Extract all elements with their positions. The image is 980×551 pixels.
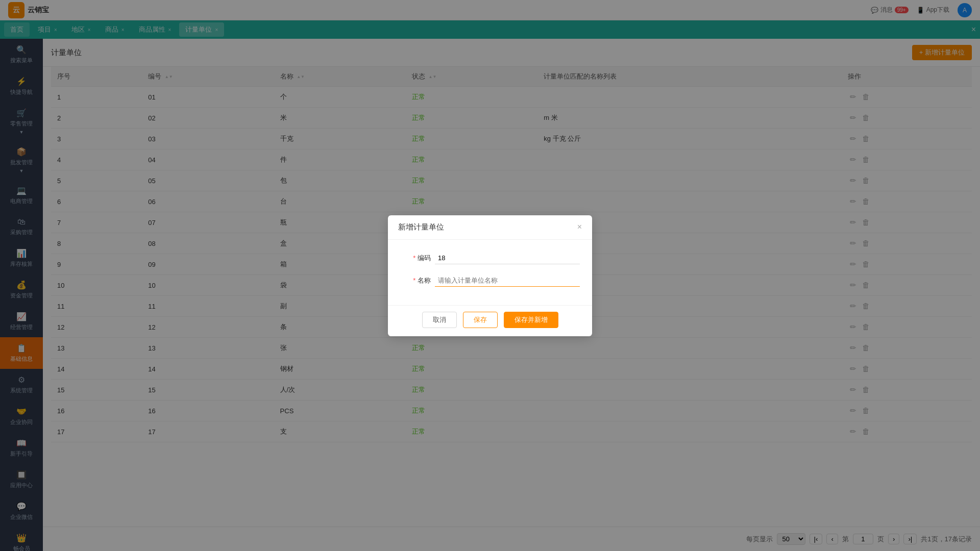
modal-footer: 取消 保存 保存并新增: [388, 305, 592, 336]
modal-close-button[interactable]: ×: [577, 222, 582, 232]
required-mark2: *: [413, 277, 418, 284]
modal-body: * 编码 * 名称: [388, 240, 592, 305]
save-button[interactable]: 保存: [463, 312, 498, 328]
required-mark: *: [413, 254, 418, 262]
modal-header: 新增计量单位 ×: [388, 215, 592, 240]
code-label: * 编码: [400, 254, 431, 263]
modal-title: 新增计量单位: [398, 222, 444, 232]
name-input[interactable]: [435, 274, 580, 287]
name-label: * 名称: [400, 276, 431, 285]
add-unit-modal: 新增计量单位 × * 编码 * 名称 取消 保存 保存并新增: [388, 215, 592, 336]
save-new-button[interactable]: 保存并新增: [504, 312, 558, 328]
modal-overlay: 新增计量单位 × * 编码 * 名称 取消 保存 保存并新增: [0, 0, 980, 551]
cancel-button[interactable]: 取消: [422, 312, 457, 328]
form-row-code: * 编码: [400, 252, 580, 264]
code-input[interactable]: [435, 252, 580, 264]
form-row-name: * 名称: [400, 274, 580, 287]
